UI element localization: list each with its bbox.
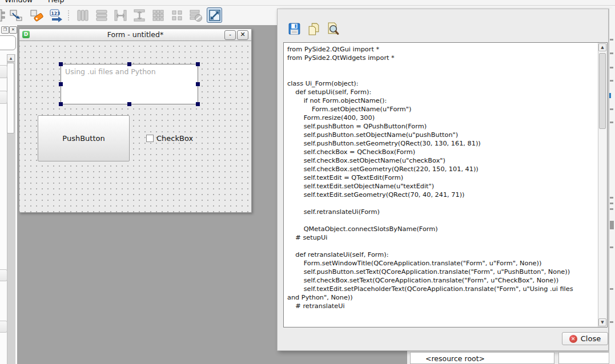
copy-code-button[interactable]: [306, 21, 321, 37]
tree-branch-mark: [610, 52, 613, 54]
form-close-button[interactable]: ✕: [237, 30, 248, 40]
adjust-size-icon: [208, 9, 222, 22]
checkbox-widget[interactable]: CheckBox: [146, 127, 204, 150]
form-window-titlebar[interactable]: D Form - untitled* - ✕: [19, 29, 251, 41]
textedit-widget-selected[interactable]: Using .ui files and Python: [61, 64, 198, 104]
widget-category-row[interactable]: [0, 321, 7, 333]
menu-bar: Window Help: [0, 0, 615, 6]
edit-tab-order-button[interactable]: 123: [48, 7, 63, 23]
form-designer-window: D Form - untitled* - ✕ Using .ui files a…: [19, 29, 252, 213]
tree-branch-mark: [610, 80, 613, 82]
resource-browser-tree: <resource root>: [410, 352, 554, 364]
widget-category-row[interactable]: [0, 91, 7, 104]
tree-branch-mark: [610, 203, 613, 204]
tree-branch-mark: [610, 321, 613, 323]
selection-handle-bottom-right[interactable]: [196, 102, 200, 106]
code-scrollbar-thumb[interactable]: [599, 53, 606, 129]
resource-browser-panel: [558, 352, 615, 364]
edit-signals-slots-button[interactable]: [8, 7, 23, 23]
selection-handle-mid-left[interactable]: [59, 82, 63, 86]
layout-vertically-button[interactable]: [94, 7, 109, 23]
layout-vertically-icon: [95, 9, 108, 22]
menu-help[interactable]: Help: [48, 0, 65, 4]
menu-window[interactable]: Window: [5, 0, 33, 4]
form-canvas[interactable]: Using .ui files and Python PushButton Ch…: [19, 41, 251, 212]
dock-restore-button[interactable]: ❐: [1, 26, 9, 34]
layout-form-button[interactable]: [169, 7, 184, 23]
tree-branch-mark: [610, 221, 614, 229]
find-icon: [325, 22, 340, 36]
layout-horizontally-button[interactable]: [75, 7, 90, 23]
selection-handle-bottom-center[interactable]: [127, 102, 131, 106]
selection-handle-top-right[interactable]: [196, 62, 200, 66]
resource-root-item[interactable]: <resource root>: [425, 354, 485, 363]
pushbutton-widget[interactable]: PushButton: [38, 115, 130, 161]
tree-branch-mark: [610, 122, 613, 123]
layout-horizontal-splitter-icon: [114, 9, 127, 22]
code-scroll-up-button[interactable]: ▲: [598, 43, 606, 51]
widget-box-scroll-up-button[interactable]: ▲: [7, 54, 15, 62]
break-layout-button[interactable]: [188, 7, 203, 23]
qt-designer-screen: Window Help: [0, 0, 615, 364]
checkbox-label: CheckBox: [156, 134, 193, 143]
close-button-label: Close: [581, 334, 601, 343]
code-editor[interactable]: from PySide2.QtGui import * from PySide2…: [283, 42, 608, 327]
layout-form-icon: [170, 9, 184, 22]
code-preview-dialog: from PySide2.QtGui import * from PySide2…: [277, 9, 609, 351]
widget-category-row[interactable]: [0, 65, 7, 78]
edit-buddies-button[interactable]: [29, 7, 44, 23]
code-scroll-down-button[interactable]: ▼: [598, 318, 606, 326]
find-in-code-button[interactable]: [325, 21, 340, 37]
widget-box-scrollbar-thumb[interactable]: [7, 63, 14, 134]
generated-python-code[interactable]: from PySide2.QtGui import * from PySide2…: [284, 43, 607, 310]
textedit-placeholder: Using .ui files and Python: [61, 64, 198, 79]
selection-handle-top-left[interactable]: [59, 62, 63, 66]
edit-signals-slots-icon: [9, 9, 23, 22]
edit-buddies-icon: [30, 9, 43, 22]
save-code-button[interactable]: [287, 21, 302, 37]
layout-grid-button[interactable]: [150, 7, 166, 23]
selection-handle-bottom-left[interactable]: [59, 102, 63, 106]
tree-branch-mark: [610, 288, 613, 290]
code-scrollbar-track[interactable]: ▲ ▼: [598, 43, 607, 327]
copy-icon: [307, 22, 321, 36]
tree-branch-mark: [610, 208, 613, 210]
adjust-size-button[interactable]: [207, 7, 222, 23]
close-red-icon: ✕: [569, 335, 577, 343]
tree-branch-mark: [610, 39, 613, 41]
widget-box-dock: ❐ ✕ ▲: [0, 25, 18, 364]
layout-grid-icon: [151, 9, 165, 22]
layout-horizontally-icon: [76, 9, 90, 22]
break-layout-icon: [189, 9, 203, 22]
checkbox-indicator[interactable]: [146, 135, 154, 142]
edit-widgets-button[interactable]: [0, 7, 7, 23]
selection-mark: [609, 93, 611, 98]
svg-text:123: 123: [51, 10, 60, 15]
edit-tab-order-icon: 123: [49, 9, 63, 22]
close-dialog-button[interactable]: ✕ Close: [562, 332, 608, 345]
save-icon: [287, 22, 302, 36]
layout-vertical-splitter-button[interactable]: [131, 7, 147, 23]
layout-vertical-splitter-icon: [132, 9, 146, 22]
selection-handle-mid-right[interactable]: [196, 82, 200, 86]
widget-category-row[interactable]: [0, 269, 7, 281]
form-minimize-button[interactable]: -: [224, 30, 236, 40]
pushbutton-label: PushButton: [62, 134, 104, 143]
layout-horizontal-splitter-button[interactable]: [112, 7, 128, 23]
edit-widgets-icon: [0, 9, 6, 22]
widget-filter-input[interactable]: [0, 35, 16, 50]
form-window-title: Form - untitled*: [19, 30, 251, 39]
selection-handle-top-center[interactable]: [127, 62, 131, 66]
dock-close-button[interactable]: ✕: [9, 26, 17, 34]
tree-branch-mark: [610, 108, 613, 110]
right-edge-panel: [609, 9, 615, 364]
tree-branch-mark: [610, 246, 613, 248]
tree-branch-mark: [610, 67, 613, 68]
tree-branch-mark: [610, 197, 613, 199]
toolbar-separator: [68, 10, 69, 21]
